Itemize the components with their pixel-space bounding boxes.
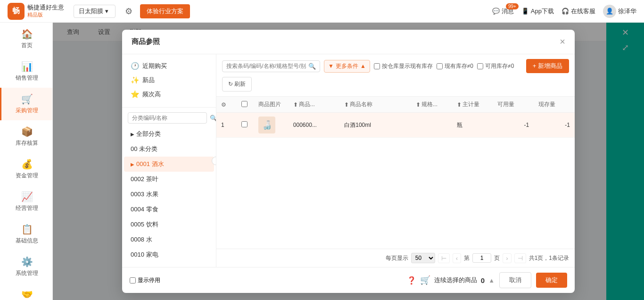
page-input[interactable] bbox=[472, 253, 491, 263]
modal-body: 🕐 近期购买 ✨ 新品 ⭐ 频次高 bbox=[122, 54, 575, 267]
add-product-btn[interactable]: + 新增商品 bbox=[526, 59, 569, 73]
page-prev-btn[interactable]: ‹ bbox=[453, 253, 461, 263]
modal-close-button[interactable]: × bbox=[560, 36, 565, 47]
quick-link-new[interactable]: ✨ 新品 bbox=[126, 73, 212, 87]
disabled-checkbox[interactable] bbox=[130, 277, 136, 283]
row-code: 000600... bbox=[289, 113, 339, 138]
freq-icon: ⭐ bbox=[131, 90, 140, 99]
search-cat-area: 🔍 bbox=[122, 109, 216, 126]
th-img: 商品图片 bbox=[254, 97, 289, 113]
cat-snack[interactable]: 0004 零食 bbox=[124, 202, 214, 217]
nav-selector[interactable]: 日太阳膜 ▾ bbox=[74, 5, 116, 18]
th-unit: ⬆ 主计量 bbox=[452, 97, 493, 113]
cat-all[interactable]: ▶ 全部分类 bbox=[124, 126, 214, 142]
show-disabled-checkbox[interactable]: 显示停用 bbox=[130, 276, 160, 284]
quick-links: 🕐 近期购买 ✨ 新品 ⭐ 频次高 bbox=[122, 59, 216, 105]
logo-text: 畅捷通好生意 bbox=[27, 4, 64, 12]
stock-nonzero-checkbox[interactable] bbox=[437, 63, 443, 69]
cat-liquor[interactable]: ▶ 0001 酒水 bbox=[124, 157, 214, 172]
filter-btn[interactable]: ▼ 更多条件 ▲ bbox=[324, 60, 370, 73]
sidebar-item-finance[interactable]: 💰 资金管理 bbox=[0, 153, 52, 185]
logo-icon: 畅 bbox=[8, 3, 25, 20]
pagination-bar: 每页显示 50 10 20 100 ⊢ ‹ 第 bbox=[216, 249, 575, 267]
message-badge: 99+ bbox=[506, 3, 519, 9]
nav-right: 💬 消息 99+ 📱 App下载 🎧 在线客服 👤 徐泽华 bbox=[492, 5, 636, 18]
checkbox-warehouse-stock[interactable]: 按仓库显示现有库存 bbox=[374, 62, 433, 70]
top-nav: 畅 畅捷通好生意 精品版 日太阳膜 ▾ ⚙ 体验行业方案 💬 消息 99+ 📱 … bbox=[0, 0, 644, 23]
help-icon[interactable]: ❓ bbox=[407, 276, 416, 285]
cat-appliance[interactable]: 0010 家电 bbox=[124, 247, 214, 262]
page-next-btn[interactable]: › bbox=[503, 253, 511, 263]
logo-area: 畅 畅捷通好生意 精品版 bbox=[8, 3, 64, 20]
settings-icon[interactable]: ⚙ bbox=[221, 101, 226, 108]
th-stock: 现存量 bbox=[534, 97, 575, 113]
table-scroll[interactable]: ⚙ 商品图片 bbox=[216, 97, 575, 249]
row-checkbox[interactable] bbox=[241, 121, 248, 127]
cat-tea[interactable]: 0002 茶叶 bbox=[124, 172, 214, 187]
main-content: 查询 设置 刷新 ✕ ⤢ 商品参照 × bbox=[53, 23, 644, 300]
warehouse-stock-checkbox[interactable] bbox=[374, 63, 380, 69]
quick-link-freq[interactable]: ⭐ 频次高 bbox=[126, 87, 212, 101]
cat-search-input[interactable] bbox=[128, 112, 207, 124]
product-image: 🍶 bbox=[258, 117, 275, 133]
app-download[interactable]: 📱 App下载 bbox=[521, 7, 554, 16]
inventory-icon: 📦 bbox=[21, 126, 33, 137]
sales-icon: 📊 bbox=[21, 61, 33, 72]
select-all-checkbox[interactable] bbox=[241, 101, 248, 107]
cat-water[interactable]: 0008 水 bbox=[124, 232, 214, 247]
avail-nonzero-checkbox[interactable] bbox=[477, 63, 483, 69]
experience-btn[interactable]: 体验行业方案 bbox=[140, 4, 190, 18]
checkbox-avail-nonzero[interactable]: 可用库存≠0 bbox=[477, 62, 514, 70]
refresh-btn[interactable]: ↻ 刷新 bbox=[222, 77, 252, 92]
row-img: 🍶 bbox=[254, 113, 289, 138]
row-check[interactable] bbox=[237, 113, 254, 138]
th-code: ⬆ 商品... bbox=[289, 97, 339, 113]
logo-sub: 精品版 bbox=[27, 11, 64, 18]
collapse-cart-icon[interactable]: ▲ bbox=[488, 277, 495, 284]
sidebar-item-management[interactable]: 📈 经营管理 bbox=[0, 185, 52, 218]
divider bbox=[122, 107, 216, 108]
search-icon[interactable]: 🔍 bbox=[308, 63, 316, 70]
page-first-btn[interactable]: ⊢ bbox=[438, 253, 450, 263]
th-check bbox=[237, 97, 254, 113]
per-page-select[interactable]: 50 10 20 100 bbox=[411, 253, 435, 263]
management-icon: 📈 bbox=[21, 191, 33, 202]
confirm-button[interactable]: 确定 bbox=[536, 273, 567, 288]
cat-fruit[interactable]: 0003 水果 bbox=[124, 187, 214, 202]
checkbox-stock-nonzero[interactable]: 现有库存≠0 bbox=[437, 62, 473, 70]
cancel-button[interactable]: 取消 bbox=[499, 272, 531, 288]
user-profile[interactable]: 👤 徐泽华 bbox=[603, 5, 636, 18]
sidebar-item-purchase[interactable]: 🛒 采购管理 bbox=[0, 88, 52, 120]
gear-button[interactable]: ⚙ bbox=[121, 4, 136, 19]
toolbar: 🔍 ▼ 更多条件 ▲ 按仓库显示现有库存 bbox=[216, 54, 575, 97]
cart-info: ❓ 🛒 连续选择的商品 0 ▲ bbox=[407, 275, 495, 285]
row-unit: 瓶 bbox=[452, 113, 493, 138]
new-icon: ✨ bbox=[131, 76, 140, 84]
sidebar-item-system[interactable]: ⚙️ 系统管理 bbox=[0, 250, 52, 283]
th-spec: ⬆ 规格... bbox=[411, 97, 452, 113]
table-row[interactable]: 1 🍶 bbox=[216, 113, 575, 138]
quick-link-recent[interactable]: 🕐 近期购买 bbox=[126, 59, 212, 73]
finance-icon: 💰 bbox=[21, 158, 33, 170]
sidebar-item-basic-info[interactable]: 📋 基础信息 bbox=[0, 218, 52, 250]
page-last-btn[interactable]: ⊣ bbox=[514, 253, 526, 263]
modal-header: 商品参照 × bbox=[122, 30, 575, 54]
left-panel: 🕐 近期购买 ✨ 新品 ⭐ 频次高 bbox=[122, 54, 216, 267]
cat-uncategorized[interactable]: 00 未分类 bbox=[124, 142, 214, 157]
row-avail: -1 bbox=[493, 113, 534, 138]
search-box: 🔍 bbox=[222, 60, 320, 72]
sidebar-item-enterprise[interactable]: 🤝 企业协同 bbox=[0, 283, 52, 300]
cat-drink[interactable]: 0005 饮料 bbox=[124, 217, 214, 232]
cart-icon: 🛒 bbox=[420, 275, 430, 285]
product-search-input[interactable] bbox=[226, 63, 306, 69]
message-icon[interactable]: 💬 消息 99+ bbox=[492, 7, 514, 16]
sidebar-item-home[interactable]: 🏠 首页 bbox=[0, 23, 52, 55]
system-icon: ⚙️ bbox=[21, 256, 33, 267]
sidebar-item-sales[interactable]: 📊 销售管理 bbox=[0, 55, 52, 88]
enterprise-icon: 🤝 bbox=[21, 289, 33, 300]
sidebar-item-inventory[interactable]: 📦 库存核算 bbox=[0, 120, 52, 153]
th-name: ⬆ 商品名称 bbox=[339, 97, 411, 113]
modal-dialog: 商品参照 × 🕐 近期购买 ✨ 新 bbox=[122, 30, 575, 293]
online-service[interactable]: 🎧 在线客服 bbox=[561, 7, 595, 16]
cat-search-icon[interactable]: 🔍 bbox=[210, 115, 216, 122]
